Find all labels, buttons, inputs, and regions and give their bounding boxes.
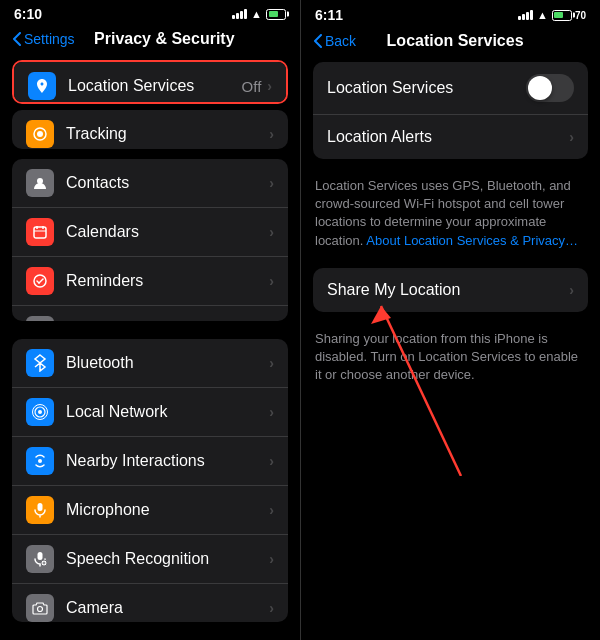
bluetooth-row[interactable]: Bluetooth › — [12, 339, 288, 388]
camera-icon — [26, 594, 54, 622]
reminders-label: Reminders — [66, 272, 269, 290]
location-services-chevron: › — [267, 78, 272, 94]
svg-line-9 — [39, 279, 43, 283]
status-bar-right: 6:11 ▲ 70 — [301, 0, 600, 28]
location-services-toggle[interactable] — [526, 74, 574, 102]
nearby-interactions-row[interactable]: Nearby Interactions › — [12, 437, 288, 486]
microphone-icon — [26, 496, 54, 524]
speech-recognition-label: Speech Recognition — [66, 550, 269, 568]
status-icons-right: ▲ 70 — [518, 9, 586, 21]
wifi-icon-right: ▲ — [537, 9, 548, 21]
time-right: 6:11 — [315, 7, 343, 23]
tracking-chevron: › — [269, 126, 274, 142]
nearby-interactions-label: Nearby Interactions — [66, 452, 269, 470]
back-button-right[interactable]: Back — [313, 33, 356, 49]
local-network-label: Local Network — [66, 403, 269, 421]
permission-rows-group: Bluetooth › Local Network › Nearby Inter… — [12, 339, 288, 622]
camera-label: Camera — [66, 599, 269, 617]
battery-label-right: 70 — [575, 10, 586, 21]
nearby-interactions-icon — [26, 447, 54, 475]
nav-bar-right: Back Location Services — [301, 28, 600, 56]
status-icons-left: ▲ — [232, 8, 286, 20]
local-network-icon — [26, 398, 54, 426]
tracking-row[interactable]: Tracking › — [12, 110, 288, 150]
location-services-label: Location Services — [68, 77, 242, 95]
location-alerts-row[interactable]: Location Alerts › — [313, 115, 588, 159]
location-services-value: Off — [242, 78, 262, 95]
svg-point-14 — [38, 459, 42, 463]
calendars-icon — [26, 218, 54, 246]
page-title-left: Privacy & Security — [81, 30, 248, 48]
wifi-icon: ▲ — [251, 8, 262, 20]
location-alerts-chevron: › — [569, 129, 574, 145]
contacts-label: Contacts — [66, 174, 269, 192]
battery-right: 70 — [552, 10, 586, 21]
speech-recognition-row[interactable]: Speech Recognition › — [12, 535, 288, 584]
tracking-group: Tracking › — [12, 110, 288, 150]
battery-left — [266, 9, 286, 20]
svg-rect-3 — [34, 227, 46, 238]
svg-point-18 — [38, 606, 43, 611]
calendars-row[interactable]: Calendars › — [12, 208, 288, 257]
nav-bar-left: Settings Privacy & Security — [0, 26, 300, 54]
contacts-icon — [26, 169, 54, 197]
location-services-toggle-row[interactable]: Location Services — [313, 62, 588, 115]
about-link[interactable]: About Location Services & Privacy… — [366, 233, 578, 248]
right-panel: 6:11 ▲ 70 Back Location Services — [300, 0, 600, 640]
tracking-icon — [26, 120, 54, 148]
app-rows-group: Contacts › Calendars › Reminders › Photo… — [12, 159, 288, 320]
reminders-row[interactable]: Reminders › — [12, 257, 288, 306]
location-alerts-label: Location Alerts — [327, 128, 569, 146]
left-panel: 6:10 ▲ Settings Privacy & Security — [0, 0, 300, 640]
location-description: Location Services uses GPS, Bluetooth, a… — [301, 169, 600, 262]
reminders-icon — [26, 267, 54, 295]
svg-point-11 — [38, 410, 42, 414]
calendars-label: Calendars — [66, 223, 269, 241]
signal-icon — [232, 9, 247, 19]
share-location-chevron: › — [569, 282, 574, 298]
bluetooth-icon — [26, 349, 54, 377]
back-button-left[interactable]: Settings — [12, 31, 75, 47]
back-label-right: Back — [325, 33, 356, 49]
red-arrow-indicator — [361, 296, 481, 476]
location-services-row[interactable]: Location Services Off › — [14, 62, 286, 104]
microphone-label: Microphone — [66, 501, 269, 519]
speech-recognition-icon — [26, 545, 54, 573]
svg-point-0 — [37, 131, 43, 137]
photos-icon — [26, 316, 54, 320]
svg-rect-15 — [38, 503, 43, 511]
page-title-right: Location Services — [362, 32, 548, 50]
arrow-area — [301, 396, 600, 640]
signal-icon-right — [518, 10, 533, 20]
tracking-label: Tracking — [66, 125, 269, 143]
location-services-highlighted: Location Services Off › — [12, 60, 288, 104]
photos-row[interactable]: Photos › — [12, 306, 288, 320]
contacts-row[interactable]: Contacts › — [12, 159, 288, 208]
back-label-left: Settings — [24, 31, 75, 47]
svg-line-19 — [381, 306, 461, 476]
svg-rect-16 — [38, 552, 43, 560]
camera-row[interactable]: Camera › — [12, 584, 288, 622]
location-services-section: Location Services Location Alerts › — [313, 62, 588, 159]
location-services-icon — [28, 72, 56, 100]
location-services-toggle-label: Location Services — [327, 79, 526, 97]
bluetooth-label: Bluetooth — [66, 354, 269, 372]
microphone-row[interactable]: Microphone › — [12, 486, 288, 535]
status-bar-left: 6:10 ▲ — [0, 0, 300, 26]
time-left: 6:10 — [14, 6, 42, 22]
toggle-knob — [528, 76, 552, 100]
local-network-row[interactable]: Local Network › — [12, 388, 288, 437]
